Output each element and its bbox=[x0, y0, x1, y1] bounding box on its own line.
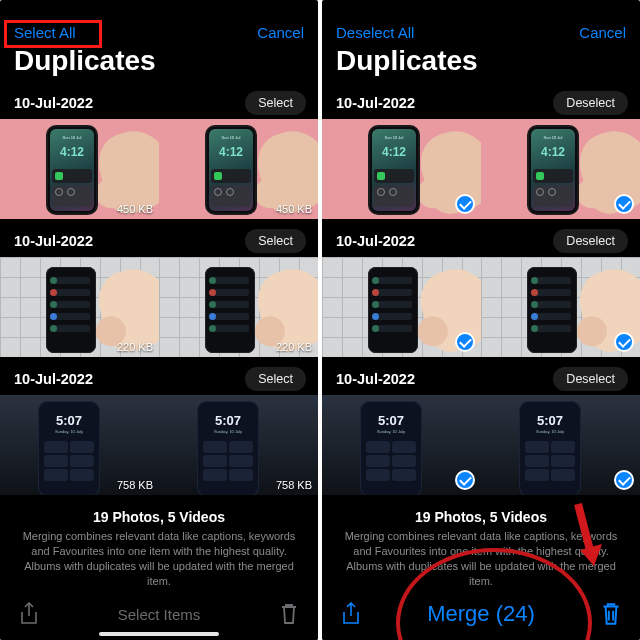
photo-thumbnail[interactable]: 5:07Sunday, 10 July 758 KB bbox=[159, 395, 318, 495]
group-date-label: 10-Jul-2022 bbox=[14, 95, 93, 111]
page-title: Duplicates bbox=[322, 45, 640, 85]
photo-thumbnail[interactable] bbox=[322, 257, 481, 357]
photo-thumbnail[interactable]: 5:07Sunday, 10 July bbox=[481, 395, 640, 495]
select-group-button[interactable]: Select bbox=[245, 367, 306, 391]
deselect-group-button[interactable]: Deselect bbox=[553, 229, 628, 253]
file-size-label: 450 KB bbox=[117, 203, 153, 215]
summary-count-label: 19 Photos, 5 Videos bbox=[340, 509, 622, 525]
summary-section: 19 Photos, 5 Videos Merging combines rel… bbox=[0, 499, 318, 594]
nav-bar: Deselect All Cancel bbox=[322, 18, 640, 45]
group-date-label: 10-Jul-2022 bbox=[336, 95, 415, 111]
photo-thumbnail[interactable]: 5:07Sunday, 10 July 758 KB bbox=[0, 395, 159, 495]
select-group-button[interactable]: Select bbox=[245, 229, 306, 253]
file-size-label: 450 KB bbox=[276, 203, 312, 215]
page-title: Duplicates bbox=[0, 45, 318, 85]
cancel-button[interactable]: Cancel bbox=[257, 24, 304, 41]
share-icon bbox=[18, 601, 40, 627]
file-size-label: 220 KB bbox=[117, 341, 153, 353]
duplicate-group: 10-Jul-2022 Select 5:07Sunday, 10 July 7… bbox=[0, 361, 318, 499]
photo-thumbnail[interactable]: 220 KB bbox=[0, 257, 159, 357]
duplicate-group: 10-Jul-2022 Deselect Sun 10 Jul4:12 Sun … bbox=[322, 85, 640, 223]
phone-screen-left: Select All Cancel Duplicates 10-Jul-2022… bbox=[0, 0, 318, 640]
selected-checkmark-icon bbox=[614, 332, 634, 352]
trash-icon bbox=[278, 601, 300, 627]
selected-checkmark-icon bbox=[614, 194, 634, 214]
file-size-label: 758 KB bbox=[117, 479, 153, 491]
photo-thumbnail[interactable]: Sun 10 Jul4:12 bbox=[322, 119, 481, 219]
bottom-toolbar: Merge (24) bbox=[322, 588, 640, 640]
home-indicator bbox=[99, 632, 219, 636]
select-all-button[interactable]: Select All bbox=[14, 24, 76, 41]
deselect-group-button[interactable]: Deselect bbox=[553, 91, 628, 115]
selected-checkmark-icon bbox=[455, 470, 475, 490]
selected-checkmark-icon bbox=[455, 332, 475, 352]
file-size-label: 758 KB bbox=[276, 479, 312, 491]
group-date-label: 10-Jul-2022 bbox=[336, 371, 415, 387]
photo-thumbnail[interactable] bbox=[481, 257, 640, 357]
group-date-label: 10-Jul-2022 bbox=[336, 233, 415, 249]
merge-button[interactable]: Merge (24) bbox=[427, 601, 535, 627]
photo-thumbnail[interactable]: 220 KB bbox=[159, 257, 318, 357]
duplicate-group: 10-Jul-2022 Deselect bbox=[322, 223, 640, 361]
share-icon[interactable] bbox=[340, 601, 362, 627]
summary-count-label: 19 Photos, 5 Videos bbox=[18, 509, 300, 525]
nav-bar: Select All Cancel bbox=[0, 18, 318, 45]
selected-checkmark-icon bbox=[455, 194, 475, 214]
group-date-label: 10-Jul-2022 bbox=[14, 233, 93, 249]
duplicate-group: 10-Jul-2022 Select Sun 10 Jul4:12 450 KB… bbox=[0, 85, 318, 223]
deselect-all-button[interactable]: Deselect All bbox=[336, 24, 414, 41]
duplicate-group: 10-Jul-2022 Deselect 5:07Sunday, 10 July… bbox=[322, 361, 640, 499]
status-bar bbox=[0, 0, 318, 18]
photo-thumbnail[interactable]: Sun 10 Jul4:12 450 KB bbox=[159, 119, 318, 219]
phone-screen-right: Deselect All Cancel Duplicates 10-Jul-20… bbox=[322, 0, 640, 640]
photo-thumbnail[interactable]: Sun 10 Jul4:12 bbox=[481, 119, 640, 219]
file-size-label: 220 KB bbox=[276, 341, 312, 353]
summary-description: Merging combines relevant data like capt… bbox=[18, 529, 300, 588]
status-bar bbox=[322, 0, 640, 18]
trash-icon[interactable] bbox=[600, 601, 622, 627]
select-items-label: Select Items bbox=[118, 606, 201, 623]
selected-checkmark-icon bbox=[614, 470, 634, 490]
cancel-button[interactable]: Cancel bbox=[579, 24, 626, 41]
summary-section: 19 Photos, 5 Videos Merging combines rel… bbox=[322, 499, 640, 594]
summary-description: Merging combines relevant data like capt… bbox=[340, 529, 622, 588]
group-date-label: 10-Jul-2022 bbox=[14, 371, 93, 387]
duplicate-group: 10-Jul-2022 Select 220 KB bbox=[0, 223, 318, 361]
select-group-button[interactable]: Select bbox=[245, 91, 306, 115]
photo-thumbnail[interactable]: 5:07Sunday, 10 July bbox=[322, 395, 481, 495]
deselect-group-button[interactable]: Deselect bbox=[553, 367, 628, 391]
photo-thumbnail[interactable]: Sun 10 Jul4:12 450 KB bbox=[0, 119, 159, 219]
